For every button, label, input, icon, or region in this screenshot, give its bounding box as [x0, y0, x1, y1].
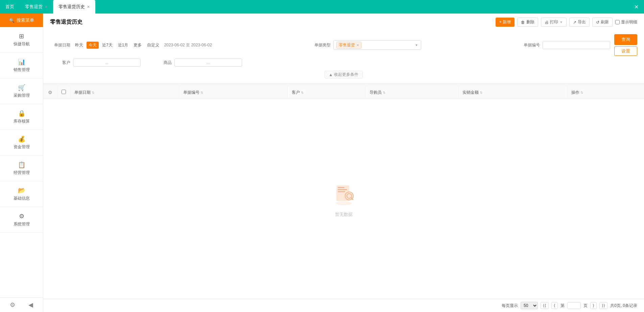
number-filter-label: 单据编号 — [524, 42, 540, 48]
filter-row-2: 客户 ... 商品 ... — [50, 59, 637, 67]
empty-icon — [330, 180, 357, 207]
sort-icon-action: ⇅ — [580, 91, 583, 94]
date-option-昨天[interactable]: 昨天 — [73, 42, 85, 49]
empty-text: 暂无数据 — [335, 211, 353, 218]
tab-零售退货[interactable]: 零售退货✕ — [20, 0, 53, 14]
date-option-更多[interactable]: 更多 — [132, 42, 144, 49]
type-dropdown-icon: ▼ — [415, 43, 418, 47]
search-icon: 🔍 — [9, 18, 15, 23]
tab-首页[interactable]: 首页 — [0, 0, 20, 14]
date-filter-options: 昨天今天近7天近1月更多自定义 — [73, 42, 161, 49]
date-option-自定义[interactable]: 自定义 — [145, 42, 161, 49]
date-filter-label: 单据日期 — [50, 42, 70, 48]
sidebar-item-operation[interactable]: 📋经营管理 — [0, 156, 43, 181]
svg-rect-4 — [338, 191, 345, 192]
th-number: 单据编号⇅ — [179, 86, 288, 99]
sidebar-icon-purchase: 🛒 — [18, 84, 25, 91]
collapse-sidebar-icon[interactable]: ◀ — [28, 301, 33, 309]
customer-filter-input[interactable]: ... — [73, 59, 141, 67]
tab-零售退货历史[interactable]: 零售退货历史✕ — [53, 0, 95, 14]
type-tag-close-icon[interactable]: ✕ — [356, 43, 359, 47]
type-tag: 零售退货 ✕ — [336, 42, 361, 49]
th-label-customer: 客户 — [292, 90, 300, 95]
date-option-今天[interactable]: 今天 — [87, 42, 99, 49]
filter-area: 单据日期 昨天今天近7天近1月更多自定义 2023-06-02 至 2023-0… — [50, 31, 637, 83]
empty-state: 暂无数据 — [43, 99, 644, 299]
prev-page-button[interactable]: ⟨ — [551, 302, 558, 309]
settings-bottom-icon[interactable]: ⚙ — [10, 301, 15, 309]
number-filter-input[interactable] — [543, 41, 610, 49]
delete-button[interactable]: 🗑 删除 — [517, 18, 538, 27]
sidebar-label-sales: 销售管理 — [14, 67, 30, 73]
tab-label: 首页 — [5, 4, 14, 10]
sidebar-icon-quick-nav: ⊞ — [19, 32, 24, 40]
sidebar-label-system: 系统管理 — [14, 221, 30, 227]
svg-rect-2 — [338, 187, 344, 188]
sidebar-item-purchase[interactable]: 🛒采购管理 — [0, 79, 43, 104]
sidebar-item-quick-nav[interactable]: ⊞快捷导航 — [0, 27, 43, 53]
svg-point-0 — [336, 201, 352, 205]
customer-filter-label: 客户 — [50, 60, 70, 66]
th-guide: 导购员⇅ — [365, 86, 458, 99]
th-customer: 客户⇅ — [288, 86, 365, 99]
sidebar-icon-basic: 📂 — [18, 187, 25, 194]
show-detail-toggle[interactable]: 显示明细 — [615, 19, 637, 25]
th-action: 操作⇅ — [567, 86, 644, 99]
tab-label: 零售退货 — [25, 4, 43, 10]
add-button[interactable]: + 新增 — [496, 18, 515, 27]
tab-close-icon[interactable]: ✕ — [45, 5, 48, 9]
sidebar-menu: ⊞快捷导航📊销售管理🛒采购管理🔒库存核算💰资金管理📋经营管理📂基础信息⚙系统管理 — [0, 27, 43, 297]
filter-row-1: 单据日期 昨天今天近7天近1月更多自定义 2023-06-02 至 2023-0… — [50, 34, 637, 56]
date-option-近1月[interactable]: 近1月 — [116, 42, 130, 49]
date-option-近7天[interactable]: 近7天 — [100, 42, 115, 49]
th-label-action: 操作 — [571, 90, 579, 95]
tab-close-icon[interactable]: ✕ — [87, 5, 90, 9]
sidebar-icon-finance: 💰 — [18, 135, 25, 143]
export-button[interactable]: ↗ 导出 — [569, 18, 590, 27]
select-all-checkbox[interactable] — [62, 90, 66, 94]
sidebar-search[interactable]: 🔍 搜索菜单 — [0, 14, 43, 27]
settings-button[interactable]: 设置 — [614, 46, 637, 56]
sort-icon-date: ⇅ — [92, 91, 94, 94]
page-header: 零售退货历史 + 新增 🗑 删除 🖨 打印 ▼ ↗ 导出 — [43, 14, 644, 84]
pagination-bar: 每页显示 102050100 ⟨⟨ ⟨ 第 1 页 ⟩ ⟩⟩ 共0页, 0条记录 — [43, 299, 644, 312]
tab-label: 零售退货历史 — [58, 4, 85, 10]
first-page-button[interactable]: ⟨⟨ — [541, 302, 549, 309]
export-icon: ↗ — [573, 20, 576, 25]
page-number-input[interactable]: 1 — [567, 302, 581, 309]
date-range-display: 2023-06-02 至 2023-06-02 — [164, 42, 212, 48]
last-page-button[interactable]: ⟩⟩ — [599, 302, 607, 309]
refresh-button[interactable]: ↺ 刷新 — [592, 18, 613, 27]
print-button[interactable]: 🖨 打印 ▼ — [541, 18, 567, 27]
page-size-select[interactable]: 102050100 — [521, 302, 538, 309]
query-button[interactable]: 查询 — [614, 34, 637, 45]
refresh-icon: ↺ — [596, 20, 599, 25]
toolbar: + 新增 🗑 删除 🖨 打印 ▼ ↗ 导出 ↺ — [496, 18, 637, 27]
next-page-button[interactable]: ⟩ — [590, 302, 597, 309]
show-detail-checkbox[interactable] — [615, 20, 620, 24]
th-label-number: 单据编号 — [183, 90, 199, 95]
goods-filter-input[interactable]: ... — [174, 59, 242, 67]
sort-icon-guide: ⇅ — [383, 91, 385, 94]
page-title: 零售退货历史 — [50, 19, 82, 26]
sidebar-icon-operation: 📋 — [18, 161, 25, 169]
column-settings-button[interactable]: ⚙ — [47, 89, 53, 96]
print-icon: 🖨 — [545, 20, 549, 25]
tab-list: 首页零售退货✕零售退货历史✕ — [0, 0, 634, 14]
close-window-icon[interactable]: ✕ — [634, 4, 639, 10]
sidebar-bottom: ⚙ ◀ — [0, 297, 43, 312]
sidebar-label-inventory: 库存核算 — [14, 118, 30, 124]
sidebar-search-label: 搜索菜单 — [17, 17, 34, 23]
type-filter-input[interactable]: 零售退货 ✕ ▼ — [333, 40, 421, 50]
sidebar-label-quick-nav: 快捷导航 — [14, 41, 30, 47]
table-header-row: ⚙ 单据日期⇅单据编号⇅客户⇅导购员⇅实销金额⇅操作⇅ — [43, 86, 644, 99]
sidebar-item-system[interactable]: ⚙系统管理 — [0, 207, 43, 233]
sidebar-item-sales[interactable]: 📊销售管理 — [0, 53, 43, 79]
sidebar-item-inventory[interactable]: 🔒库存核算 — [0, 104, 43, 130]
collapse-button[interactable]: ▲ 收起更多条件 — [325, 71, 363, 79]
content-area: 零售退货历史 + 新增 🗑 删除 🖨 打印 ▼ ↗ 导出 — [43, 14, 644, 312]
sidebar-item-finance[interactable]: 💰资金管理 — [0, 130, 43, 156]
sidebar-item-basic[interactable]: 📂基础信息 — [0, 181, 43, 207]
page-title-row: 零售退货历史 + 新增 🗑 删除 🖨 打印 ▼ ↗ 导出 — [50, 18, 637, 27]
page-size-label: 每页显示 — [502, 303, 518, 309]
